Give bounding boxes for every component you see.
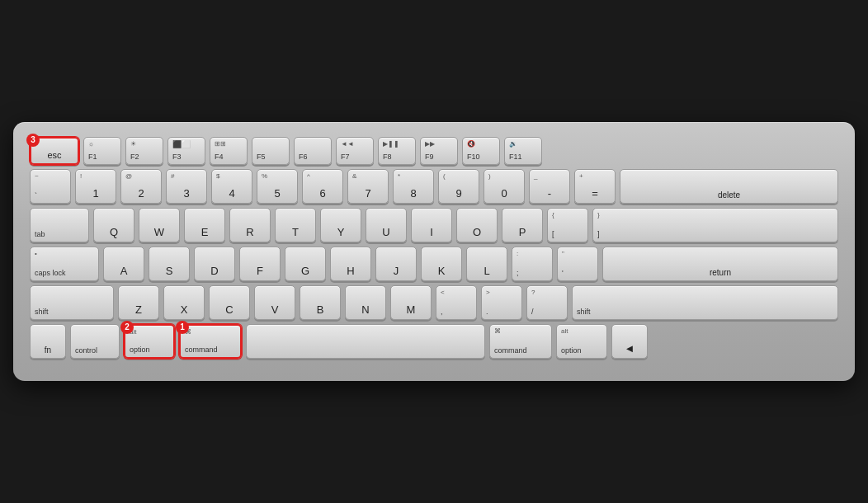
key-n[interactable]: N [345,285,386,320]
z-row: shift Z X C V B N M < , > . ? / shift [30,285,838,320]
key-4[interactable]: $ 4 [211,169,252,204]
key-rshift[interactable]: shift [572,285,838,320]
key-period[interactable]: > . [481,285,522,320]
key-y[interactable]: Y [320,208,361,242]
key-f[interactable]: F [239,247,281,281]
bottom-row: fn control 2 alt option 1 ⌘ command ⌘ co… [30,324,838,359]
key-s[interactable]: S [149,247,190,281]
key-m[interactable]: M [390,285,432,320]
key-e[interactable]: E [184,208,225,242]
key-minus[interactable]: _ - [529,169,570,204]
key-f2[interactable]: ☀ F2 [125,137,163,165]
key-9[interactable]: ( 9 [438,169,479,204]
key-left-arrow[interactable]: ◄ [611,324,648,359]
key-delete[interactable]: delete [620,169,838,204]
key-3[interactable]: # 3 [166,169,207,204]
key-f5[interactable]: F5 [252,137,290,165]
key-a[interactable]: A [103,247,144,281]
key-tab[interactable]: tab [30,208,89,242]
key-h[interactable]: H [330,247,371,281]
key-i[interactable]: I [411,208,452,242]
key-t[interactable]: T [275,208,316,242]
key-f3[interactable]: ⬛⬜ F3 [167,137,205,165]
key-k[interactable]: K [421,247,462,281]
key-command-right[interactable]: ⌘ command [489,324,552,359]
key-x[interactable]: X [163,285,205,320]
key-fn[interactable]: fn [30,324,66,359]
badge-1: 1 [176,321,189,334]
key-option-right[interactable]: alt option [556,324,607,359]
key-1[interactable]: ! 1 [75,169,116,204]
key-f7[interactable]: ◄◄ F7 [336,137,374,165]
key-6[interactable]: ^ 6 [302,169,343,204]
key-lshift[interactable]: shift [30,285,114,320]
number-row: ~ ` ! 1 @ 2 # 3 $ 4 % 5 ^ 6 & 7 [30,169,838,204]
q-row: tab Q W E R T Y U I O P { [ } ] [30,208,838,242]
key-space[interactable] [246,324,485,359]
key-5[interactable]: % 5 [257,169,298,204]
key-v[interactable]: V [254,285,295,320]
key-f4[interactable]: ⊞⊞ F4 [210,137,248,165]
key-rbracket[interactable]: } ] [592,208,838,242]
key-control[interactable]: control [70,324,120,359]
badge-2: 2 [120,321,134,334]
key-comma[interactable]: < , [436,285,477,320]
key-g[interactable]: G [285,247,326,281]
key-2[interactable]: @ 2 [120,169,162,204]
key-r[interactable]: R [229,208,271,242]
key-w[interactable]: W [139,208,180,242]
key-f11[interactable]: 🔉 F11 [504,137,542,165]
fn-row: 3 esc ☼ F1 ☀ F2 ⬛⬜ F3 ⊞⊞ F4 F5 F6 ◄◄ F7 [30,137,838,165]
key-semicolon[interactable]: : ; [512,247,553,281]
a-row: • caps lock A S D F G H J K L : ; " ' re… [30,247,838,281]
key-l[interactable]: L [466,247,507,281]
key-lbracket[interactable]: { [ [547,208,588,242]
key-f6[interactable]: F6 [294,137,332,165]
key-slash[interactable]: ? / [526,285,568,320]
key-f9[interactable]: ▶▶ F9 [420,137,458,165]
key-j[interactable]: J [375,247,417,281]
key-return[interactable]: return [602,247,838,281]
badge-3: 3 [26,134,40,147]
key-q[interactable]: Q [93,208,134,242]
key-f10[interactable]: 🔇 F10 [462,137,500,165]
key-z[interactable]: Z [118,285,159,320]
key-p[interactable]: P [502,208,543,242]
key-quote[interactable]: " ' [557,247,598,281]
key-option-left[interactable]: 2 alt option [124,324,175,359]
key-equal[interactable]: + = [574,169,616,204]
key-tilde[interactable]: ~ ` [30,169,71,204]
key-u[interactable]: U [366,208,407,242]
key-b[interactable]: B [300,285,341,320]
key-f8[interactable]: ▶❚❚ F8 [378,137,416,165]
key-f1[interactable]: ☼ F1 [83,137,121,165]
key-7[interactable]: & 7 [347,169,389,204]
key-esc[interactable]: 3 esc [30,137,79,165]
key-0[interactable]: ) 0 [484,169,525,204]
key-c[interactable]: C [209,285,250,320]
key-8[interactable]: * 8 [393,169,434,204]
key-o[interactable]: O [456,208,498,242]
keyboard: 3 esc ☼ F1 ☀ F2 ⬛⬜ F3 ⊞⊞ F4 F5 F6 ◄◄ F7 [13,122,855,381]
key-command-left[interactable]: 1 ⌘ command [179,324,242,359]
key-caps[interactable]: • caps lock [30,247,99,281]
key-d[interactable]: D [194,247,235,281]
